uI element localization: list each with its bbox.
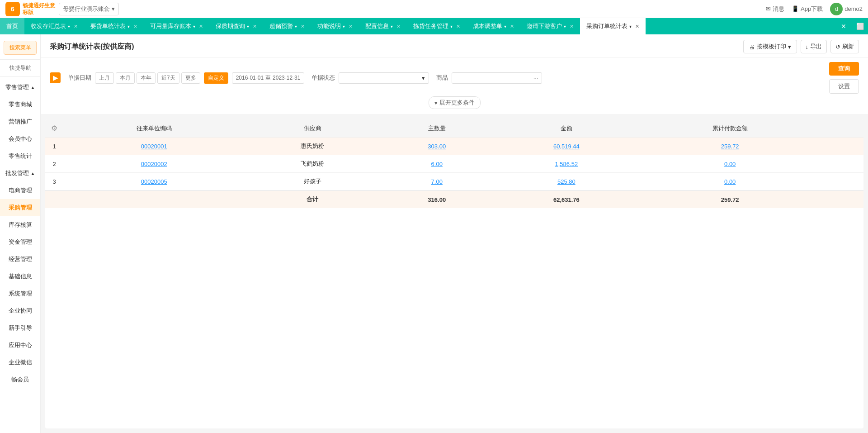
workspace-selector[interactable]: 母婴行业演示账套 ▾ xyxy=(59,3,119,15)
close-window-button[interactable]: ✕ xyxy=(835,18,852,34)
close-icon[interactable]: ✕ xyxy=(74,24,78,29)
date-range-display: 2016-01-01 至 2023-12-31 xyxy=(232,72,305,84)
cell-qty[interactable]: 6.00 xyxy=(380,155,494,173)
close-icon[interactable]: ✕ xyxy=(133,24,137,29)
tab-arrow-icon: ▾ xyxy=(193,24,195,29)
query-button[interactable]: 查询 xyxy=(829,62,859,76)
col-supplier: 供应商 xyxy=(245,119,380,138)
cell-unit-code[interactable]: 00020002 xyxy=(63,155,245,173)
sidebar-item-retail-stats[interactable]: 零售统计 xyxy=(0,148,40,165)
content-area: 采购订单统计表(按供应商) 🖨 按模板打印 ▾ ↓ 导出 ↺ 刷新 xyxy=(41,34,868,433)
page-header: 采购订单统计表(按供应商) 🖨 按模板打印 ▾ ↓ 导出 ↺ 刷新 xyxy=(41,34,868,57)
date-shortcuts: 上月 本月 本年 近7天 更多 xyxy=(95,72,200,84)
sidebar: 搜索菜单 快捷导航 零售管理 ▲ 零售商城 营销推广 会员中心 零售统计 批发管… xyxy=(0,34,41,433)
top-header: 6 畅捷通好生意 标版 母婴行业演示账套 ▾ ✉ 消息 📱 App下载 d de… xyxy=(0,0,868,18)
print-icon: 🖨 xyxy=(749,43,755,50)
close-icon[interactable]: ✕ xyxy=(510,24,514,29)
sidebar-item-operations[interactable]: 经营管理 xyxy=(0,251,40,268)
sidebar-item-wholesale-mgmt[interactable]: 批发管理 ▲ xyxy=(0,165,40,182)
tab-caigou-active[interactable]: 采购订单统计表 ▾ ✕ xyxy=(580,18,646,34)
filter-area: ▶ 单据日期 上月 本月 本年 近7天 更多 自定义 2016-01-01 至 xyxy=(41,57,868,115)
date-shortcut-more[interactable]: 更多 xyxy=(181,72,200,84)
close-icon[interactable]: ✕ xyxy=(456,24,460,29)
sidebar-item-system-mgmt[interactable]: 系统管理 xyxy=(0,285,40,302)
maximize-window-button[interactable]: ⬜ xyxy=(852,18,868,34)
close-icon[interactable]: ✕ xyxy=(199,24,203,29)
sidebar-item-member-center[interactable]: 会员中心 xyxy=(0,130,40,148)
date-shortcut-7days[interactable]: 近7天 xyxy=(157,72,179,84)
sidebar-item-enterprise-wechat[interactable]: 企业微信 xyxy=(0,354,40,371)
date-custom-badge[interactable]: 自定义 xyxy=(204,72,228,84)
nav-window-controls: ✕ ⬜ xyxy=(835,18,868,34)
settings-button[interactable]: 设置 xyxy=(829,79,859,94)
chevron-down-icon: ▾ xyxy=(112,5,115,12)
date-shortcut-this-month[interactable]: 本月 xyxy=(116,72,135,84)
table-header: ⚙ 往来单位编码 供应商 主数量 金额 累计付款金额 xyxy=(45,119,863,138)
search-menu-button[interactable]: 搜索菜单 xyxy=(4,41,37,55)
status-select[interactable]: ▾ xyxy=(339,72,429,84)
sidebar-item-marketing[interactable]: 营销推广 xyxy=(0,113,40,130)
export-icon: ↓ xyxy=(806,43,809,50)
tab-yaohuo[interactable]: 要货单统计表 ▾ ✕ xyxy=(84,18,144,34)
sidebar-item-newbie-guide[interactable]: 新手引导 xyxy=(0,319,40,337)
sidebar-item-app-center[interactable]: 应用中心 xyxy=(0,337,40,354)
cell-unit-code[interactable]: 00020001 xyxy=(63,138,245,155)
close-icon[interactable]: ✕ xyxy=(349,24,353,29)
tab-yaoqing[interactable]: 邀请下游客户 ▾ ✕ xyxy=(520,18,580,34)
sidebar-item-retail-shop[interactable]: 零售商城 xyxy=(0,96,40,113)
cell-paid[interactable]: 0.00 xyxy=(639,155,821,173)
tab-chengben[interactable]: 成本调整单 ▾ ✕ xyxy=(467,18,520,34)
tab-arrow-icon: ▾ xyxy=(343,24,345,29)
cell-amount[interactable]: 60,519.44 xyxy=(494,138,639,155)
sidebar-item-retail-mgmt[interactable]: 零售管理 ▲ xyxy=(0,79,40,96)
sidebar-item-vip[interactable]: 畅会员 xyxy=(0,371,40,388)
close-icon[interactable]: ✕ xyxy=(253,24,257,29)
sidebar-item-finance[interactable]: 资金管理 xyxy=(0,233,40,251)
sidebar-item-purchase-mgmt[interactable]: 采购管理 xyxy=(0,199,40,216)
cell-qty[interactable]: 7.00 xyxy=(380,173,494,191)
cell-unit-code[interactable]: 00020005 xyxy=(63,173,245,191)
cell-paid[interactable]: 259.72 xyxy=(639,138,821,155)
table-footer: 合计 316.00 62,631.76 259.72 xyxy=(45,190,863,208)
print-button[interactable]: 🖨 按模板打印 ▾ xyxy=(743,40,797,53)
refresh-button[interactable]: ↺ 刷新 xyxy=(830,40,859,53)
cell-amount[interactable]: 1,586.52 xyxy=(494,155,639,173)
export-button[interactable]: ↓ 导出 xyxy=(801,40,827,53)
tab-peizhi[interactable]: 配置信息 ▾ ✕ xyxy=(359,18,407,34)
sidebar-item-enterprise-collab[interactable]: 企业协同 xyxy=(0,302,40,319)
date-shortcut-last-month[interactable]: 上月 xyxy=(95,72,114,84)
close-icon[interactable]: ✕ xyxy=(396,24,401,29)
tab-chaochu[interactable]: 超储预警 ▾ ✕ xyxy=(263,18,311,34)
tab-shoufasun[interactable]: 收发存汇总表 ▾ ✕ xyxy=(24,18,84,34)
filter-toggle-button[interactable]: ▶ xyxy=(50,72,61,83)
sidebar-item-ecommerce[interactable]: 电商管理 xyxy=(0,182,40,199)
close-icon[interactable]: ✕ xyxy=(635,24,639,29)
sidebar-item-base-info[interactable]: 基础信息 xyxy=(0,268,40,285)
expand-icon: ▲ xyxy=(31,85,35,90)
message-button[interactable]: ✉ 消息 xyxy=(766,5,784,13)
sidebar-nav-button[interactable]: 快捷导航 xyxy=(0,62,40,75)
cell-amount[interactable]: 525.80 xyxy=(494,173,639,191)
footer-amount: 62,631.76 xyxy=(494,190,639,208)
column-settings-icon[interactable]: ⚙ xyxy=(51,124,57,132)
tab-keyongliang[interactable]: 可用量库存账本 ▾ ✕ xyxy=(144,18,209,34)
app-download-button[interactable]: 📱 App下载 xyxy=(792,5,823,13)
tab-baozhi[interactable]: 保质期查询 ▾ ✕ xyxy=(209,18,263,34)
cell-paid[interactable]: 0.00 xyxy=(639,173,821,191)
tab-jianhuo[interactable]: 拣货任务管理 ▾ ✕ xyxy=(407,18,467,34)
close-icon[interactable]: ✕ xyxy=(301,24,305,29)
col-settings[interactable]: ⚙ xyxy=(45,119,63,138)
expand-conditions-button[interactable]: ▾ 展开更多条件 xyxy=(429,96,481,109)
goods-input[interactable]: ··· xyxy=(452,72,542,84)
sidebar-item-inventory[interactable]: 库存核算 xyxy=(0,216,40,233)
cell-qty[interactable]: 303.00 xyxy=(380,138,494,155)
col-paid: 累计付款金额 xyxy=(639,119,821,138)
footer-row: 合计 316.00 62,631.76 259.72 xyxy=(45,190,863,208)
tab-home[interactable]: 首页 xyxy=(0,18,24,34)
close-icon[interactable]: ✕ xyxy=(570,24,574,29)
tab-gongneng[interactable]: 功能说明 ▾ ✕ xyxy=(311,18,359,34)
sidebar-divider xyxy=(0,59,40,60)
main-layout: 搜索菜单 快捷导航 零售管理 ▲ 零售商城 营销推广 会员中心 零售统计 批发管… xyxy=(0,34,868,433)
date-shortcut-this-year[interactable]: 本年 xyxy=(137,72,156,84)
user-menu[interactable]: d demo2 xyxy=(830,3,863,15)
